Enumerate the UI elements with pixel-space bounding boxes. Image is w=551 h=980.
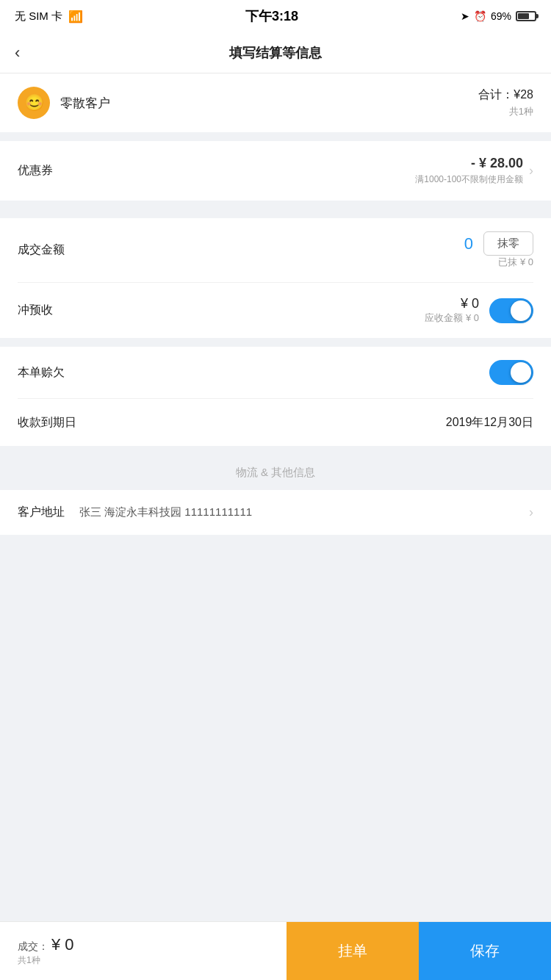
alarm-icon: ⏰ [474, 10, 486, 22]
address-chevron-icon: › [529, 505, 533, 520]
status-right: ➤ ⏰ 69% [461, 10, 536, 22]
due-date-row: 收款到期日 2019年12月30日 [0, 399, 551, 446]
logistics-divider: 物流 & 其他信息 [0, 455, 551, 490]
due-date-value: 2019年12月30日 [446, 415, 533, 430]
customer-section: 😊 零散客户 合计：¥28 共1种 [0, 73, 551, 132]
address-row[interactable]: 客户地址 张三 海淀永丰科技园 11111111111 › [0, 490, 551, 535]
status-bar: 无 SIM 卡 📶 下午3:18 ➤ ⏰ 69% [0, 0, 551, 32]
bottom-bar: 成交： ¥ 0 共1种 挂单 保存 [0, 921, 551, 980]
section-divider-3 [0, 446, 551, 455]
prepayment-value: ¥ 0 [425, 296, 479, 311]
bottom-transaction-label: 成交： [18, 940, 48, 954]
save-button[interactable]: 保存 [419, 922, 551, 981]
prepayment-row: 冲预收 ¥ 0 应收金额 ¥ 0 [0, 283, 551, 338]
location-icon: ➤ [461, 10, 469, 22]
prepayment-label: 冲预收 [18, 303, 53, 318]
due-date-label: 收款到期日 [18, 415, 76, 430]
battery-icon [516, 11, 536, 21]
transaction-section: 成交金额 0 抹零 已抹 ¥ 0 冲预收 ¥ 0 应收金额 ¥ 0 [0, 218, 551, 338]
transaction-right: 0 抹零 已抹 ¥ 0 [464, 231, 533, 269]
bottom-summary: 成交： ¥ 0 共1种 [0, 935, 287, 967]
coupon-discount: - ¥ 28.00 [415, 156, 523, 171]
toggle-knob [511, 300, 531, 321]
customer-name: 零散客户 [60, 95, 110, 112]
hang-button[interactable]: 挂单 [287, 922, 419, 981]
credit-toggle-knob [511, 362, 531, 383]
back-button[interactable]: ‹ [15, 43, 20, 62]
coupon-desc: 满1000-100不限制使用金额 [415, 173, 523, 186]
coupon-label: 优惠券 [18, 163, 53, 179]
coupon-row[interactable]: 优惠券 - ¥ 28.00 满1000-100不限制使用金额 › [0, 141, 551, 201]
page-title: 填写结算等信息 [229, 44, 322, 62]
prepayment-toggle-wrap [489, 298, 533, 323]
wifi-icon: 📶 [68, 10, 83, 24]
transaction-row: 成交金额 0 抹零 已抹 ¥ 0 [0, 218, 551, 282]
section-divider-4 [0, 535, 551, 544]
customer-right: 合计：¥28 共1种 [478, 87, 533, 118]
address-value: 张三 海淀永丰科技园 11111111111 [79, 505, 529, 519]
credit-toggle-wrap [489, 360, 533, 385]
prepayment-right: ¥ 0 应收金额 ¥ 0 [425, 296, 533, 325]
transaction-right-inner: 0 抹零 [464, 231, 533, 256]
battery-fill [518, 13, 529, 19]
prepayment-info: ¥ 0 应收金额 ¥ 0 [425, 296, 479, 325]
battery-percent: 69% [491, 10, 511, 22]
customer-total: 合计：¥28 [478, 87, 533, 103]
sim-label: 无 SIM 卡 [15, 10, 62, 24]
credit-label: 本单赊欠 [18, 365, 65, 381]
transaction-value: 0 [464, 234, 473, 253]
logistics-label: 物流 & 其他信息 [236, 466, 315, 480]
customer-row: 😊 零散客户 合计：¥28 共1种 [0, 73, 551, 132]
credit-row: 本单赊欠 [0, 347, 551, 398]
bottom-transaction-value: ¥ 0 [51, 935, 74, 954]
customer-left: 😊 零散客户 [18, 87, 110, 119]
coupon-section: 优惠券 - ¥ 28.00 满1000-100不限制使用金额 › [0, 141, 551, 201]
address-label: 客户地址 [18, 505, 65, 520]
credit-toggle[interactable] [489, 360, 533, 385]
customer-count: 共1种 [478, 105, 533, 118]
status-left: 无 SIM 卡 📶 [15, 10, 83, 24]
bottom-count: 共1种 [18, 954, 269, 967]
coupon-right: - ¥ 28.00 满1000-100不限制使用金额 › [415, 156, 533, 186]
bottom-spacer [0, 544, 551, 602]
section-divider-2 [0, 338, 551, 347]
avatar-icon: 😊 [24, 93, 44, 112]
prepayment-sub: 应收金额 ¥ 0 [425, 311, 479, 325]
section-divider-1 [0, 209, 551, 218]
transaction-label: 成交金额 [18, 242, 65, 258]
transaction-sub: 已抹 ¥ 0 [464, 256, 533, 269]
customer-avatar: 😊 [18, 87, 50, 119]
round-zero-button[interactable]: 抹零 [483, 231, 533, 256]
chevron-right-icon: › [529, 163, 533, 179]
credit-section: 本单赊欠 收款到期日 2019年12月30日 [0, 347, 551, 446]
coupon-info: - ¥ 28.00 满1000-100不限制使用金额 [415, 156, 523, 186]
status-time: 下午3:18 [245, 7, 298, 25]
nav-bar: ‹ 填写结算等信息 [0, 32, 551, 73]
prepayment-toggle[interactable] [489, 298, 533, 323]
